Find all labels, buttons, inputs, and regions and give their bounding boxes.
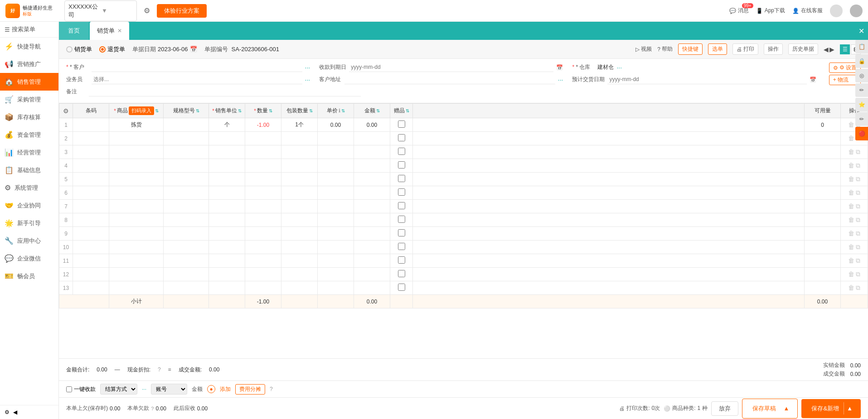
row-product[interactable]: 拣货 <box>109 118 164 132</box>
row-barcode[interactable] <box>73 145 109 159</box>
sort-unit-icon[interactable]: ⇅ <box>238 108 242 113</box>
sidebar-item-base-info[interactable]: 📋 基础信息 <box>0 161 58 179</box>
sidebar-item-operations[interactable]: 📊 经营管理 <box>0 144 58 161</box>
row-spec[interactable] <box>164 213 209 227</box>
sort-qty-icon[interactable]: ⇅ <box>269 108 272 113</box>
tab-sales-order[interactable]: 销货单 ✕ <box>90 22 129 40</box>
sidebar-search[interactable]: ☰ 搜索菜单 <box>0 22 58 38</box>
video-link[interactable]: ▷ 视频 <box>635 45 652 53</box>
save-draft-button[interactable]: 保存草稿 ▲ <box>742 399 798 419</box>
sidebar-item-inventory[interactable]: 📦 库存核算 <box>0 108 58 126</box>
row-price[interactable] <box>318 281 354 295</box>
row-product[interactable] <box>109 281 164 295</box>
row-pkg-qty[interactable] <box>281 132 318 145</box>
row-desc[interactable] <box>413 200 805 213</box>
row-barcode[interactable] <box>73 186 109 200</box>
row-price[interactable] <box>318 173 354 186</box>
sidebar-item-finance[interactable]: 💰 资金管理 <box>0 126 58 144</box>
row-product[interactable] <box>109 159 164 173</box>
company-selector[interactable]: XXXXXX公司 ▼ <box>64 0 137 21</box>
copy-row-icon[interactable]: ⧉ <box>856 175 860 183</box>
row-spec[interactable] <box>164 281 209 295</box>
row-desc[interactable] <box>413 186 805 200</box>
sidebar-item-guide[interactable]: 🌟 新手引导 <box>0 214 58 232</box>
row-qty[interactable] <box>245 186 281 200</box>
row-unit[interactable] <box>209 200 245 213</box>
copy-row-icon[interactable]: ⧉ <box>856 189 860 196</box>
row-price[interactable] <box>318 254 354 268</box>
delete-row-icon[interactable]: 🗑 <box>848 175 854 183</box>
right-tool-2[interactable]: 🔒 <box>855 54 868 68</box>
row-spec[interactable] <box>164 159 209 173</box>
row-amount[interactable] <box>354 268 390 281</box>
row-amount[interactable] <box>354 145 390 159</box>
row-unit[interactable]: 个 <box>209 118 245 132</box>
copy-row-icon[interactable]: ⧉ <box>856 230 860 237</box>
row-barcode[interactable] <box>73 159 109 173</box>
sidebar-item-quick-nav[interactable]: ⚡ 快捷导航 <box>0 38 58 55</box>
sidebar-item-purchase[interactable]: 🛒 采购管理 <box>0 91 58 108</box>
row-pkg-qty[interactable] <box>281 200 318 213</box>
copy-row-icon[interactable]: ⧉ <box>856 148 860 155</box>
row-price[interactable] <box>318 159 354 173</box>
row-desc[interactable] <box>413 132 805 145</box>
row-barcode[interactable] <box>73 200 109 213</box>
delete-row-icon[interactable]: 🗑 <box>848 284 854 291</box>
receive-date-input[interactable] <box>349 63 553 72</box>
customer-addr-input[interactable] <box>344 75 555 84</box>
sidebar-item-marketing[interactable]: 📢 营销推广 <box>0 55 58 73</box>
row-qty[interactable] <box>245 281 281 295</box>
sidebar-item-enterprise[interactable]: 🤝 企业协同 <box>0 197 58 214</box>
row-pkg-qty[interactable] <box>281 145 318 159</box>
expected-date-calendar-icon[interactable]: 📅 <box>810 77 816 83</box>
copy-row-icon[interactable]: ⧉ <box>856 257 860 264</box>
row-qty[interactable]: -1.00 <box>245 118 281 132</box>
sidebar-item-member[interactable]: 🎫 畅会员 <box>0 267 58 285</box>
row-desc[interactable] <box>413 173 805 186</box>
calendar-icon[interactable]: 📅 <box>190 46 197 53</box>
row-barcode[interactable] <box>73 213 109 227</box>
row-amount[interactable]: 0.00 <box>354 118 390 132</box>
row-qty[interactable] <box>245 132 281 145</box>
copy-row-icon[interactable]: ⧉ <box>856 216 860 223</box>
row-amount[interactable] <box>354 213 390 227</box>
row-desc[interactable] <box>413 227 805 241</box>
receive-date-calendar-icon[interactable]: 📅 <box>556 64 563 71</box>
row-unit[interactable] <box>209 186 245 200</box>
customer-input[interactable] <box>92 63 302 72</box>
delete-row-icon[interactable]: 🗑 <box>848 202 854 210</box>
row-barcode[interactable] <box>73 281 109 295</box>
save-draft-arrow[interactable]: ▲ <box>781 402 792 414</box>
right-tool-1[interactable]: 📋 <box>855 40 868 53</box>
row-gift[interactable] <box>390 281 413 295</box>
trial-button[interactable]: 体验行业方案 <box>157 4 207 18</box>
row-gift[interactable] <box>390 254 413 268</box>
row-product[interactable] <box>109 145 164 159</box>
abandon-button[interactable]: 放弃 <box>711 401 738 416</box>
radio-return[interactable]: 退货单 <box>99 45 125 53</box>
row-amount[interactable] <box>354 186 390 200</box>
tab-bar-close[interactable]: ✕ <box>858 27 868 35</box>
table-gear-icon[interactable]: ⚙ <box>63 107 69 115</box>
help-link[interactable]: ? 帮助 <box>657 45 673 53</box>
delete-row-icon[interactable]: 🗑 <box>848 230 854 237</box>
row-desc[interactable] <box>413 241 805 254</box>
row-desc[interactable] <box>413 118 805 132</box>
delete-row-icon[interactable]: 🗑 <box>848 148 854 155</box>
row-unit[interactable] <box>209 213 245 227</box>
addr-dots[interactable]: ··· <box>558 76 563 83</box>
row-gift[interactable] <box>390 145 413 159</box>
sort-spec-icon[interactable]: ⇅ <box>196 108 199 113</box>
row-qty[interactable] <box>245 268 281 281</box>
operation-btn[interactable]: 操作 <box>764 43 783 55</box>
radio-sales[interactable]: 销货单 <box>66 45 92 53</box>
row-product[interactable] <box>109 241 164 254</box>
row-product[interactable] <box>109 186 164 200</box>
row-unit[interactable] <box>209 254 245 268</box>
row-desc[interactable] <box>413 281 805 295</box>
row-price[interactable]: 0.00 <box>318 118 354 132</box>
row-qty[interactable] <box>245 254 281 268</box>
add-button[interactable]: ● <box>207 385 215 393</box>
copy-row-icon[interactable]: ⧉ <box>856 162 860 169</box>
sort-pkg-icon[interactable]: ⇅ <box>309 108 313 113</box>
